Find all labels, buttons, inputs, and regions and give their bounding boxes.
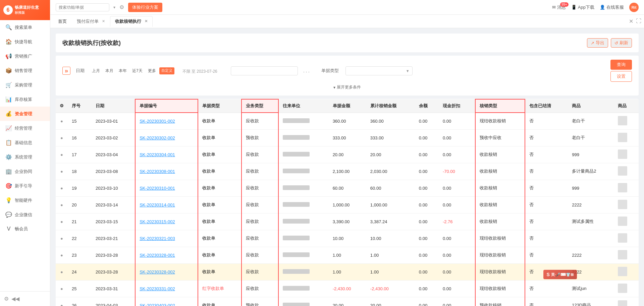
td-writeoff-amount: 1,000.00 xyxy=(366,196,415,213)
sidebar-item-system[interactable]: ⚙️ 系统管理 xyxy=(0,150,50,164)
sidebar-footer: ⚙ ◀◀ xyxy=(0,291,50,306)
export-btn[interactable]: ↗ 导出 xyxy=(587,38,608,48)
industry-btn[interactable]: 体验行业方案 xyxy=(128,3,162,12)
filter-date-this-month[interactable]: 本月 xyxy=(103,67,115,74)
filter-date-more[interactable]: 更多 xyxy=(146,67,158,74)
td-settings: ● xyxy=(56,163,68,180)
doc-no-link[interactable]: SK-20230302-002 xyxy=(140,135,175,140)
tab-prepay-close[interactable]: ✕ xyxy=(102,19,105,23)
td-doc-amount: 10.00 xyxy=(329,230,366,247)
sidebar-label-inventory: 库存核算 xyxy=(15,97,32,103)
th-settings[interactable]: ⚙ xyxy=(56,99,68,113)
td-seq: 17 xyxy=(68,146,92,163)
sidebar-item-inventory[interactable]: 📊 库存核算 xyxy=(0,92,50,107)
table-row: ● 19 2023-03-10 SK-20230310-001 收款单 应收款 … xyxy=(56,180,639,196)
tab-collection[interactable]: 收款核销执行 ✕ xyxy=(110,16,153,27)
filter-date-last-month[interactable]: 上月 xyxy=(90,67,102,74)
doc-no-link[interactable]: SK-20230301-002 xyxy=(140,119,175,124)
logo-brand: 畅康道好生意 xyxy=(15,5,39,10)
td-doc-type: 收款单 xyxy=(198,113,241,129)
doc-no-link[interactable]: SK-20230403-002 xyxy=(140,303,175,306)
doc-no-link[interactable]: SK-20230314-001 xyxy=(140,202,175,207)
tabbar-expand-icon[interactable]: ⛶ xyxy=(636,18,641,24)
td-writeoff-amount: 333.00 xyxy=(366,129,415,146)
td-doc-amount: 3,390.00 xyxy=(329,213,366,230)
sidebar-item-sales[interactable]: 📦 销售管理 xyxy=(0,63,50,78)
doc-no-link[interactable]: SK-20230315-002 xyxy=(140,219,175,224)
filter-settings-btn[interactable]: 设置 xyxy=(610,71,632,82)
filter-date-custom[interactable]: 自定义 xyxy=(159,67,174,74)
sidebar-item-guide[interactable]: 🎯 新手引导 xyxy=(0,179,50,193)
doc-no-link[interactable]: SK-20230321-003 xyxy=(140,236,175,241)
table-row: ● 18 2023-03-08 SK-20230308-001 收款单 应收款 … xyxy=(56,163,639,180)
doc-no-link[interactable]: SK-20230331-002 xyxy=(140,286,175,291)
tab-collection-close[interactable]: ✕ xyxy=(145,19,148,23)
td-biz-type: 应收款 xyxy=(241,196,279,213)
tab-home[interactable]: 首页 xyxy=(53,16,72,27)
watermark-content: S 英·🎤⌨👕⊞ xyxy=(543,270,577,279)
logo-edition: 标推版 xyxy=(15,10,39,15)
filter-doctype-select[interactable]: ▾ xyxy=(345,66,413,75)
sidebar-item-quick-nav[interactable]: 🏠 快捷导航 xyxy=(0,35,50,49)
sidebar-collapse-btn[interactable]: ◀◀ xyxy=(11,296,19,302)
topbar-gear-icon[interactable]: ⚙ xyxy=(119,4,124,10)
sidebar-item-finance[interactable]: 💰 资金管理 xyxy=(0,107,50,121)
td-goods: 123D商品 xyxy=(568,297,614,306)
td-include-settled: 否 xyxy=(525,146,568,163)
table-row: ● 15 2023-03-01 SK-20230301-002 收款单 应收款 … xyxy=(56,113,639,129)
topbar-message[interactable]: ✉ 消息 99+ xyxy=(552,4,566,10)
topbar-app-download[interactable]: 📱 App下载 xyxy=(571,4,594,10)
topbar-user-avatar[interactable]: Rit xyxy=(629,3,639,12)
td-balance: 0.00 xyxy=(415,180,439,196)
sidebar-item-purchase[interactable]: 🛒 采购管理 xyxy=(0,78,50,92)
td-cash-discount: 0.00 xyxy=(439,180,475,196)
sidebar-settings-btn[interactable]: ⚙ xyxy=(4,296,9,302)
sidebar-item-wechat[interactable]: 💬 企业微信 xyxy=(0,207,50,222)
sidebar-item-enterprise[interactable]: 🏢 企业协同 xyxy=(0,164,50,179)
sidebar-item-operation[interactable]: 📈 经营管理 xyxy=(0,121,50,135)
filter-query-btn[interactable]: 查询 xyxy=(610,60,632,70)
filter-date-7days[interactable]: 近7天 xyxy=(130,67,145,74)
td-goods-img xyxy=(614,129,639,146)
td-seq: 16 xyxy=(68,129,92,146)
doc-no-link[interactable]: SK-20230304-001 xyxy=(140,152,175,157)
td-partner xyxy=(278,230,328,247)
tabbar-close-icon[interactable]: ✕ xyxy=(629,18,633,24)
td-doc-amount: 360.00 xyxy=(329,113,366,129)
doc-no-link[interactable]: SK-20230328-002 xyxy=(140,269,175,274)
doc-no-link[interactable]: SK-20230308-001 xyxy=(140,169,175,174)
topbar-online-service[interactable]: 👤 在线客服 xyxy=(600,4,624,10)
filter-expand-more-btn[interactable]: ▾ 展开更多条件 xyxy=(333,84,361,90)
td-include-settled: 否 xyxy=(525,180,568,196)
topbar-search-input[interactable] xyxy=(56,3,109,11)
sidebar-item-member[interactable]: V 畅会员 xyxy=(0,222,50,236)
td-balance: 0.00 xyxy=(415,146,439,163)
td-writeoff-amount: 360.00 xyxy=(366,113,415,129)
sidebar-item-marketing[interactable]: 📢 营销推广 xyxy=(0,49,50,63)
sidebar-item-hardware[interactable]: 💡 智能硬件 xyxy=(0,193,50,207)
td-goods-img xyxy=(614,230,639,247)
td-cash-discount: 0.00 xyxy=(439,146,475,163)
th-partner: 往来单位 xyxy=(278,99,328,113)
topbar-dropdown-arrow[interactable]: ▾ xyxy=(113,5,115,10)
sidebar-item-basic[interactable]: 📋 基础信息 xyxy=(0,135,50,150)
td-partner xyxy=(278,196,328,213)
td-include-settled: 否 xyxy=(525,196,568,213)
doc-no-link[interactable]: SK-20230310-001 xyxy=(140,186,175,191)
doc-no-link[interactable]: SK-20230328-001 xyxy=(140,253,175,258)
td-biz-type: 应收款 xyxy=(241,230,279,247)
td-date: 2023-03-21 xyxy=(92,230,135,247)
th-doc-type: 单据类型 xyxy=(198,99,241,113)
tab-prepay[interactable]: 预付应付单 ✕ xyxy=(72,16,110,27)
td-date: 2023-03-08 xyxy=(92,163,135,180)
td-doc-no: SK-20230315-002 xyxy=(135,213,198,230)
filter-date-this-year[interactable]: 本年 xyxy=(117,67,129,74)
refresh-btn[interactable]: ↺ 刷新 xyxy=(611,38,632,48)
filter-partner-input[interactable] xyxy=(231,66,298,75)
sidebar-item-search[interactable]: 🔍 搜索菜单 xyxy=(0,20,50,35)
td-writeoff-amount: 2,030.00 xyxy=(366,163,415,180)
filter-expand-btn[interactable]: » xyxy=(62,67,70,75)
td-doc-type: 收款单 xyxy=(198,213,241,230)
td-doc-no: SK-20230321-003 xyxy=(135,230,198,247)
td-doc-amount: 1.00 xyxy=(329,263,366,280)
